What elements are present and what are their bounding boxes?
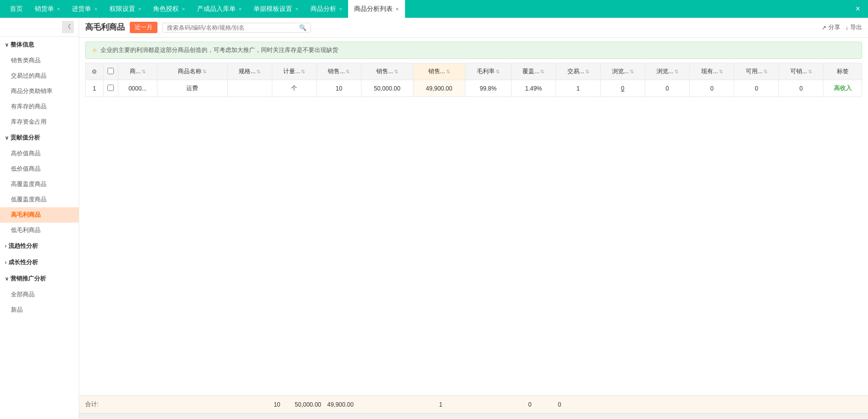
col-browse2-header: 浏览... ⇅ bbox=[645, 63, 690, 80]
sort-unit[interactable]: ⇅ bbox=[301, 69, 305, 74]
sort-grossrate[interactable]: ⇅ bbox=[496, 69, 500, 74]
sidebar-item-high-coverage[interactable]: 高覆盖度商品 bbox=[0, 177, 79, 192]
row-checkbox bbox=[103, 80, 118, 97]
close-product-inbound[interactable]: × bbox=[239, 6, 242, 12]
footer-cells: 10 50,000.00 49,900.00 1 0 0 bbox=[108, 401, 862, 408]
nav-product-analysis[interactable]: 商品分析 × bbox=[305, 0, 348, 18]
footer-available: 0 bbox=[545, 401, 574, 408]
sidebar-item-low-value[interactable]: 低价值商品 bbox=[0, 161, 79, 177]
sidebar-section-growth-header[interactable]: › 成长性分析 bbox=[0, 254, 79, 271]
sidebar-item-stock-capital[interactable]: 库存资金占用 bbox=[0, 114, 79, 130]
collapse-sidebar-button[interactable]: 《 bbox=[62, 21, 74, 33]
sidebar-section-marketing-header[interactable]: ∨ 营销推广分析 bbox=[0, 271, 79, 287]
sidebar-item-low-coverage[interactable]: 低覆盖度商品 bbox=[0, 192, 79, 207]
col-available-header: 可用... ⇅ bbox=[734, 63, 779, 80]
browse1-link[interactable]: 0 bbox=[621, 85, 624, 92]
window-close-button[interactable]: × bbox=[852, 4, 864, 13]
nav-purchase-order[interactable]: 进货单 × bbox=[66, 0, 103, 18]
col-browse1-header: 浏览... ⇅ bbox=[601, 63, 645, 80]
sort-salesprofit[interactable]: ⇅ bbox=[446, 69, 450, 74]
nav-product-analysis-list[interactable]: 商品分析列表 × bbox=[348, 0, 405, 18]
sidebar-section-trend: › 流趋性分析 bbox=[0, 238, 79, 254]
table-container: ⚙ 商... ⇅ 商品名称 bbox=[79, 63, 868, 395]
content-area: 高毛利商品 近一月 🔍 ↗ 分享 ↓ 导出 ✧ 企业的主要的利润都是这部分商品创… bbox=[79, 18, 868, 419]
sidebar-section-overall-header[interactable]: ∨ 整体信息 bbox=[0, 37, 79, 53]
nav-product-inbound[interactable]: 产成品入库单 × bbox=[191, 0, 248, 18]
search-input[interactable] bbox=[167, 24, 297, 31]
section-trend-arrow: › bbox=[5, 243, 6, 249]
close-sales-order[interactable]: × bbox=[57, 6, 60, 12]
footer-salesprofit: 49,900.00 bbox=[324, 401, 357, 408]
section-overall-arrow: ∨ bbox=[5, 42, 8, 47]
nav-sales-order[interactable]: 销货单 × bbox=[29, 0, 66, 18]
sort-transactions[interactable]: ⇅ bbox=[585, 69, 589, 74]
nav-permission-settings[interactable]: 权限设置 × bbox=[103, 0, 147, 18]
search-icon[interactable]: 🔍 bbox=[299, 24, 306, 31]
row-browse1[interactable]: 0 bbox=[601, 80, 645, 97]
sidebar-section-trend-header[interactable]: › 流趋性分析 bbox=[0, 238, 79, 254]
nav-template-settings[interactable]: 单据模板设置 × bbox=[248, 0, 304, 18]
sort-code[interactable]: ⇅ bbox=[142, 69, 146, 74]
sidebar-item-all-products[interactable]: 全部商品 bbox=[0, 287, 79, 302]
footer-salesqty: 10 bbox=[262, 401, 292, 408]
top-navigation: 首页 销货单 × 进货单 × 权限设置 × 角色授权 × 产成品入库单 × 单据… bbox=[0, 0, 868, 18]
period-button[interactable]: 近一月 bbox=[130, 22, 157, 33]
col-checkbox bbox=[103, 63, 118, 80]
col-spec-header: 规格... ⇅ bbox=[227, 63, 272, 80]
export-button[interactable]: ↓ 导出 bbox=[845, 23, 862, 32]
col-salesamt-header: 销售... ⇅ bbox=[361, 63, 413, 80]
row-tag: 高收入 bbox=[823, 80, 862, 97]
settings-icon[interactable]: ⚙ bbox=[92, 68, 97, 75]
sidebar-section-overall: ∨ 整体信息 销售类商品 交易过的商品 商品分类助销率 有库存的商品 库存资金占… bbox=[0, 37, 79, 130]
sort-saleable[interactable]: ⇅ bbox=[808, 69, 812, 74]
sidebar-item-traded-products[interactable]: 交易过的商品 bbox=[0, 68, 79, 84]
close-role-auth[interactable]: × bbox=[182, 6, 185, 12]
sidebar-section-contribution-header[interactable]: ∨ 贡献值分析 bbox=[0, 130, 79, 146]
close-permission-settings[interactable]: × bbox=[138, 6, 141, 12]
page-title: 高毛利商品 bbox=[85, 22, 125, 33]
sort-coverage[interactable]: ⇅ bbox=[540, 69, 544, 74]
row-current: 0 bbox=[690, 80, 734, 97]
share-icon: ↗ bbox=[821, 24, 826, 31]
row-saleable: 0 bbox=[779, 80, 823, 97]
sidebar-section-contribution: ∨ 贡献值分析 高价值商品 低价值商品 高覆盖度商品 低覆盖度商品 高毛利商品 … bbox=[0, 130, 79, 238]
sidebar-item-low-margin[interactable]: 低毛利商品 bbox=[0, 223, 79, 238]
row-salesamt: 50,000.00 bbox=[361, 80, 413, 97]
row-select-checkbox[interactable] bbox=[107, 85, 114, 91]
footer-current: 0 bbox=[515, 401, 545, 408]
section-contribution-arrow: ∨ bbox=[5, 135, 8, 140]
sort-browse1[interactable]: ⇅ bbox=[630, 69, 634, 74]
select-all-checkbox[interactable] bbox=[107, 68, 114, 74]
sidebar-item-new-products[interactable]: 新品 bbox=[0, 302, 79, 318]
table-row: 1 0000... 运费 个 10 50,000.00 49,900.00 99… bbox=[86, 80, 862, 97]
col-saleable-header: 可销... ⇅ bbox=[779, 63, 823, 80]
sort-name[interactable]: ⇅ bbox=[203, 69, 206, 74]
close-template-settings[interactable]: × bbox=[295, 6, 298, 12]
sidebar-section-growth: › 成长性分析 bbox=[0, 254, 79, 271]
close-product-analysis[interactable]: × bbox=[339, 6, 342, 12]
sidebar-item-category-rate[interactable]: 商品分类助销率 bbox=[0, 84, 79, 99]
sidebar-item-high-value[interactable]: 高价值商品 bbox=[0, 146, 79, 161]
nav-home[interactable]: 首页 bbox=[4, 0, 29, 18]
export-icon: ↓ bbox=[845, 24, 848, 31]
sort-current[interactable]: ⇅ bbox=[719, 69, 723, 74]
sort-salesqty[interactable]: ⇅ bbox=[346, 69, 350, 74]
horizontal-scrollbar[interactable] bbox=[79, 413, 868, 419]
close-purchase-order[interactable]: × bbox=[94, 6, 97, 12]
col-name-header: 商品名称 ⇅ bbox=[157, 63, 227, 80]
sort-salesamt[interactable]: ⇅ bbox=[394, 69, 398, 74]
row-transactions: 1 bbox=[556, 80, 601, 97]
nav-role-auth[interactable]: 角色授权 × bbox=[147, 0, 191, 18]
row-browse2: 0 bbox=[645, 80, 690, 97]
section-growth-arrow: › bbox=[5, 260, 6, 265]
table-header-row: ⚙ 商... ⇅ 商品名称 bbox=[86, 63, 862, 80]
col-transactions-header: 交易... ⇅ bbox=[556, 63, 601, 80]
sidebar-item-stocked-products[interactable]: 有库存的商品 bbox=[0, 99, 79, 114]
sidebar-item-high-margin[interactable]: 高毛利商品 bbox=[0, 207, 79, 223]
sort-available[interactable]: ⇅ bbox=[764, 69, 767, 74]
share-button[interactable]: ↗ 分享 bbox=[821, 23, 840, 32]
close-product-analysis-list[interactable]: × bbox=[396, 6, 399, 12]
sort-spec[interactable]: ⇅ bbox=[256, 69, 260, 74]
sort-browse2[interactable]: ⇅ bbox=[674, 69, 678, 74]
sidebar-item-sales-products[interactable]: 销售类商品 bbox=[0, 53, 79, 68]
